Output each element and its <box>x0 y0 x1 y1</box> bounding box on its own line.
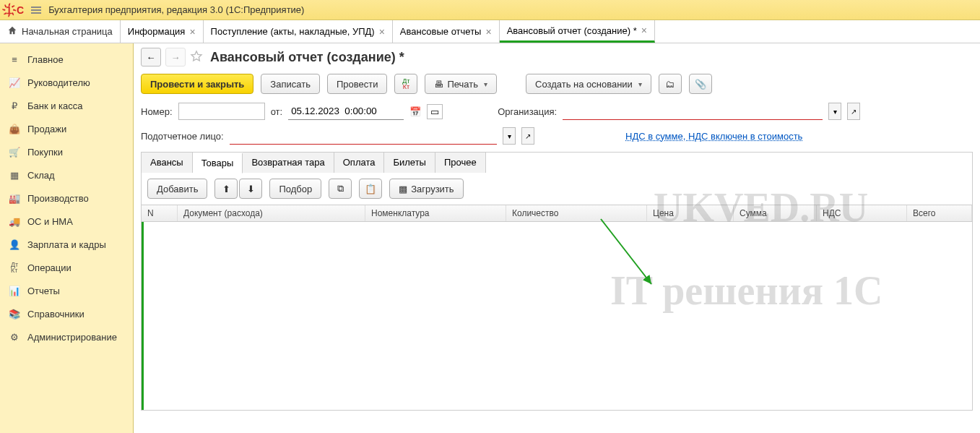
sidebar-item-salary[interactable]: 👤Зарплата и кадры <box>0 233 133 256</box>
table-header: N Документ (расхода) Номенклатура Количе… <box>142 205 972 222</box>
subtab-advances[interactable]: Авансы <box>142 153 193 173</box>
table-body[interactable] <box>142 222 972 410</box>
clip-icon: 📎 <box>695 79 706 90</box>
subtab-payment[interactable]: Оплата <box>334 153 385 173</box>
sidebar-item-main[interactable]: ≡Главное <box>0 48 133 71</box>
qr-icon: ▩ <box>399 184 407 194</box>
calendar-icon[interactable]: 📅 <box>409 106 421 117</box>
structure-button[interactable]: 🗂 <box>659 74 682 94</box>
print-button[interactable]: 🖶Печать <box>425 74 497 94</box>
sidebar-item-assets[interactable]: 🚚ОС и НМА <box>0 210 133 233</box>
tab-home[interactable]: Начальная страница <box>0 20 121 43</box>
add-button[interactable]: Добавить <box>147 179 207 199</box>
sidebar-item-label: Зарплата и кадры <box>27 239 106 250</box>
date-input[interactable] <box>288 103 404 120</box>
row-number-org: Номер: от: 📅 ▭ Организация: ▾ ↗ <box>141 103 973 120</box>
tab-label: Информация <box>128 26 186 37</box>
sidebar-item-label: ОС и НМА <box>27 216 73 227</box>
print-icon: 🖶 <box>434 79 443 90</box>
subtab-tickets[interactable]: Билеты <box>384 153 435 173</box>
forward-button[interactable]: → <box>165 48 186 67</box>
sidebar-item-purchases[interactable]: 🛒Покупки <box>0 140 133 163</box>
subtabs: Авансы Товары Возвратная тара Оплата Бил… <box>141 152 973 173</box>
post-and-close-button[interactable]: Провести и закрыть <box>141 74 253 94</box>
col-doc[interactable]: Документ (расхода) <box>178 205 365 221</box>
sidebar-item-operations[interactable]: ДтКтОперации <box>0 256 133 279</box>
close-icon[interactable]: × <box>379 26 385 38</box>
tab-receipt[interactable]: Поступление (акты, накладные, УПД) × <box>204 20 393 43</box>
sidebar-item-production[interactable]: 🏭Производство <box>0 187 133 210</box>
tab-advance-reports[interactable]: Авансовые отчеты × <box>393 20 500 43</box>
col-total[interactable]: Всего <box>907 205 972 221</box>
star-icon[interactable] <box>190 50 203 65</box>
tab-label: Авансовые отчеты <box>400 26 482 37</box>
number-input[interactable] <box>178 103 265 120</box>
sidebar-item-reports[interactable]: 📊Отчеты <box>0 279 133 302</box>
sidebar-item-admin[interactable]: ⚙Администрирование <box>0 325 133 348</box>
sidebar-item-manager[interactable]: 📈Руководителю <box>0 71 133 94</box>
attach-button[interactable]: 📎 <box>689 74 712 94</box>
paste-button[interactable]: 📋 <box>359 179 382 199</box>
select-button[interactable]: Подбор <box>269 179 321 199</box>
close-icon[interactable]: × <box>189 26 195 38</box>
create-based-button[interactable]: Создать на основании <box>526 74 651 94</box>
number-label: Номер: <box>141 106 173 117</box>
subtab-return[interactable]: Возвратная тара <box>243 153 334 173</box>
tab-bar: Начальная страница Информация × Поступле… <box>0 20 980 43</box>
person-dropdown-icon[interactable]: ▾ <box>503 127 516 145</box>
subtab-other[interactable]: Прочее <box>435 153 486 173</box>
copy-button[interactable]: ⧉ <box>329 179 352 199</box>
sidebar-item-sales[interactable]: 👜Продажи <box>0 117 133 140</box>
nds-link[interactable]: НДС в сумме, НДС включен в стоимость <box>625 131 802 142</box>
tab-info[interactable]: Информация × <box>121 20 204 43</box>
post-button[interactable]: Провести <box>327 74 388 94</box>
col-sum[interactable]: Сумма <box>734 205 817 221</box>
subtab-toolbar: Добавить ⬆ ⬇ Подбор ⧉ 📋 ▩Загрузить <box>141 173 973 205</box>
col-price[interactable]: Цена <box>647 205 734 221</box>
org-open-icon[interactable]: ↗ <box>847 103 860 120</box>
col-nomenclature[interactable]: Номенклатура <box>365 205 506 221</box>
org-input[interactable] <box>563 103 823 120</box>
col-qty[interactable]: Количество <box>506 205 647 221</box>
move-down-button[interactable]: ⬇ <box>239 179 262 199</box>
load-button[interactable]: ▩Загрузить <box>389 179 463 199</box>
subtab-goods[interactable]: Товары <box>193 153 243 173</box>
doc-title: Авансовый отчет (создание) * <box>210 50 404 65</box>
col-n[interactable]: N <box>142 205 178 221</box>
sidebar-item-catalogs[interactable]: 📚Справочники <box>0 302 133 325</box>
save-button[interactable]: Записать <box>261 74 320 94</box>
copy-icon: ⧉ <box>337 183 344 194</box>
tab-label: Поступление (акты, накладные, УПД) <box>211 26 375 37</box>
move-up-button[interactable]: ⬆ <box>214 179 238 199</box>
dtkt-button[interactable]: ДтКт <box>394 74 417 94</box>
person-input[interactable] <box>230 127 497 145</box>
arrow-up-icon: ⬆ <box>222 184 230 194</box>
from-label: от: <box>271 106 283 117</box>
sidebar-item-bank[interactable]: ₽Банк и касса <box>0 94 133 117</box>
sidebar-item-warehouse[interactable]: ▦Склад <box>0 163 133 187</box>
sidebar-item-label: Главное <box>27 54 64 65</box>
org-label: Организация: <box>498 106 557 117</box>
cart-icon: 🛒 <box>9 146 20 158</box>
person-icon: 👤 <box>9 239 20 250</box>
factory-icon: 🏭 <box>9 192 20 204</box>
home-icon <box>7 25 17 38</box>
person-open-icon[interactable]: ↗ <box>521 127 534 145</box>
col-nds[interactable]: НДС <box>817 205 907 221</box>
title-bar: 1҉C Бухгалтерия предприятия, редакция 3.… <box>0 0 980 20</box>
close-icon[interactable]: × <box>641 25 647 36</box>
close-icon[interactable]: × <box>485 26 491 38</box>
bars-icon: 📊 <box>9 285 20 296</box>
back-button[interactable]: ← <box>141 48 161 67</box>
doc-header: ← → Авансовый отчет (создание) * <box>141 48 973 67</box>
main: ← → Авансовый отчет (создание) * Провест… <box>134 43 980 433</box>
sidebar-item-label: Администрирование <box>27 332 117 343</box>
org-dropdown-icon[interactable]: ▾ <box>828 103 841 120</box>
sidebar-item-label: Справочники <box>27 309 84 320</box>
tab-advance-report-create[interactable]: Авансовый отчет (создание) * × <box>500 20 655 43</box>
list-icon: ≡ <box>9 53 20 65</box>
tab-home-label: Начальная страница <box>22 26 113 37</box>
truck-icon: 🚚 <box>9 215 20 227</box>
open-doc-icon[interactable]: ▭ <box>427 104 443 119</box>
burger-icon[interactable] <box>31 7 41 14</box>
